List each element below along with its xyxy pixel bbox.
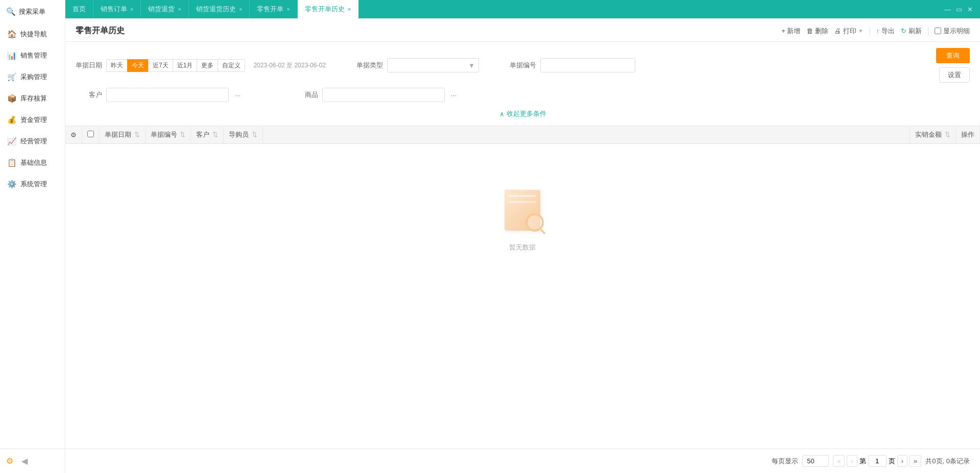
add-button[interactable]: + 新增 <box>781 27 800 36</box>
export-button[interactable]: ↑ 导出 <box>876 27 895 36</box>
tab-sales-order-close[interactable]: × <box>130 6 133 12</box>
export-btn-label: 导出 <box>881 27 895 36</box>
customer-more-icon[interactable]: ··· <box>235 91 241 99</box>
col-settings[interactable]: ⚙ <box>65 126 82 144</box>
doc-no-label: 单据编号 <box>510 61 536 70</box>
table-wrapper: ⚙ 单据日期 ⇅ 单据编号 ⇅ <box>65 126 980 449</box>
col-guide[interactable]: 导购员 ⇅ <box>223 126 262 144</box>
settings-icon[interactable]: ⚙ <box>6 456 13 466</box>
product-input[interactable] <box>322 88 445 102</box>
tab-sales-return-close[interactable]: × <box>178 6 181 12</box>
col-amount[interactable]: 实销金额 ⇅ <box>910 126 956 144</box>
date-btn-yesterday[interactable]: 昨天 <box>106 59 127 72</box>
tab-home-label: 首页 <box>73 5 86 14</box>
customer-sort-icon: ⇅ <box>212 131 218 138</box>
toolbar: + 新增 🗑 删除 🖨 打印 ▼ ↑ 导出 ↻ 刷新 <box>781 27 970 36</box>
filter-customer-field: 客户 ··· <box>76 88 241 102</box>
last-page-btn[interactable]: » <box>910 455 921 467</box>
print-button[interactable]: 🖨 打印 ▼ <box>834 27 864 36</box>
date-btn-today[interactable]: 今天 <box>127 59 148 72</box>
sidebar-item-basic-info[interactable]: 📋 基础信息 <box>0 152 65 173</box>
sidebar-item-quick-nav[interactable]: 🏠 快捷导航 <box>0 23 65 45</box>
print-dropdown-icon[interactable]: ▼ <box>858 28 864 34</box>
first-page-btn[interactable]: « <box>833 455 845 467</box>
empty-row: 暂无数据 <box>65 144 980 283</box>
product-more-icon[interactable]: ··· <box>451 91 457 99</box>
setting-button[interactable]: 设置 <box>939 67 970 83</box>
prev-page-btn[interactable]: ‹ <box>847 455 857 467</box>
sidebar-item-sys-mgmt[interactable]: ⚙️ 系统管理 <box>0 173 65 195</box>
tab-retail-open-history[interactable]: 零售开单历史 × <box>298 0 358 18</box>
sidebar-item-purchase-mgmt[interactable]: 🛒 采购管理 <box>0 66 65 88</box>
date-btn-more[interactable]: 更多 <box>197 59 218 72</box>
col-customer[interactable]: 客户 ⇅ <box>191 126 224 144</box>
empty-magnifier-shape <box>525 213 544 232</box>
page-number-input[interactable] <box>868 455 887 467</box>
col-action: 操作 <box>956 126 980 144</box>
refresh-button[interactable]: ↻ 刷新 <box>901 27 922 36</box>
chart-icon: 📊 <box>7 51 16 60</box>
collapse-label: 收起更多条件 <box>507 109 546 118</box>
page-header: 零售开单历史 + 新增 🗑 删除 🖨 打印 ▼ ↑ 导出 ↻ <box>65 18 980 42</box>
sidebar-item-inventory[interactable]: 📦 库存核算 <box>0 88 65 109</box>
refresh-icon: ↻ <box>901 27 906 35</box>
col-date[interactable]: 单据日期 ⇅ <box>100 126 146 144</box>
main-area: 首页 销售订单 × 销货退货 × 销货退货历史 × 零售开单 × 零售开单历史 … <box>65 0 980 473</box>
close-window-btn[interactable]: ✕ <box>967 6 973 13</box>
per-page-select-wrapper: 50 10 20 100 <box>802 455 829 467</box>
show-detail-checkbox[interactable] <box>935 28 941 34</box>
col-checkbox[interactable] <box>82 126 100 144</box>
query-button[interactable]: 查询 <box>936 48 970 63</box>
sidebar-item-label: 采购管理 <box>20 72 47 82</box>
sidebar-item-sales-mgmt[interactable]: 📊 销售管理 <box>0 45 65 66</box>
pagination-nav: « ‹ 第 页 › » <box>833 455 921 467</box>
sidebar-search-label: 搜索采单 <box>19 7 45 16</box>
tab-sales-return[interactable]: 销货退货 × <box>141 0 188 18</box>
window-controls: — ▭ ✕ <box>937 6 980 13</box>
customer-label: 客户 <box>76 90 102 99</box>
filter-date-field: 单据日期 昨天 今天 近7天 近1月 更多 自定义 2023-06-02 至 2… <box>76 59 326 72</box>
tab-retail-open[interactable]: 零售开单 × <box>250 0 297 18</box>
filter-area: 单据日期 昨天 今天 近7天 近1月 更多 自定义 2023-06-02 至 2… <box>65 42 980 126</box>
restore-btn[interactable]: ▭ <box>956 6 962 13</box>
sidebar-item-operations[interactable]: 📈 经营管理 <box>0 131 65 152</box>
col-spacer <box>262 126 910 144</box>
sidebar-item-label: 销售管理 <box>20 51 47 60</box>
show-detail-toggle[interactable]: 显示明细 <box>935 27 970 36</box>
select-all-checkbox[interactable] <box>87 131 94 137</box>
sidebar: 🔍 搜索采单 🏠 快捷导航 📊 销售管理 🛒 采购管理 📦 库存核算 💰 资金管… <box>0 0 65 473</box>
page-suffix: 页 <box>889 457 895 466</box>
home-icon: 🏠 <box>7 30 16 39</box>
number-sort-icon: ⇅ <box>180 131 185 138</box>
tab-sales-return-history-close[interactable]: × <box>239 6 242 12</box>
sidebar-search[interactable]: 🔍 搜索采单 <box>0 0 65 23</box>
per-page-select[interactable]: 50 10 20 100 <box>802 455 829 467</box>
tab-retail-open-close[interactable]: × <box>286 6 290 12</box>
sidebar-item-finance[interactable]: 💰 资金管理 <box>0 109 65 131</box>
tab-sales-return-history[interactable]: 销货退货历史 × <box>189 0 250 18</box>
filter-doc-no-field: 单据编号 <box>510 58 635 72</box>
col-number[interactable]: 单据编号 ⇅ <box>145 126 191 144</box>
next-page-btn[interactable]: › <box>897 455 907 467</box>
tab-sales-order[interactable]: 销售订单 × <box>93 0 141 18</box>
tab-retail-open-history-close[interactable]: × <box>348 6 351 12</box>
collapse-bar[interactable]: ∧ 收起更多条件 <box>76 107 970 122</box>
filter-product-field: 商品 ··· <box>292 88 457 102</box>
date-btn-last1month[interactable]: 近1月 <box>173 59 197 72</box>
table-gear-icon[interactable]: ⚙ <box>70 131 77 139</box>
tab-home[interactable]: 首页 <box>65 0 93 18</box>
info-icon: 📋 <box>7 158 16 167</box>
empty-area: 暂无数据 <box>65 144 980 283</box>
content-area: 零售开单历史 + 新增 🗑 删除 🖨 打印 ▼ ↑ 导出 ↻ <box>65 18 980 473</box>
sidebar-item-label: 系统管理 <box>20 180 47 189</box>
customer-input[interactable] <box>106 88 229 102</box>
date-btn-custom[interactable]: 自定义 <box>218 59 245 72</box>
sidebar-item-label: 资金管理 <box>20 115 47 125</box>
date-filter-label: 单据日期 <box>76 61 102 70</box>
delete-button[interactable]: 🗑 删除 <box>806 27 828 36</box>
collapse-icon[interactable]: ◀ <box>21 456 28 466</box>
doc-no-input[interactable] <box>540 58 635 72</box>
minimize-btn[interactable]: — <box>944 6 951 13</box>
date-btn-last7[interactable]: 近7天 <box>148 59 173 72</box>
doc-type-select[interactable] <box>387 58 479 72</box>
